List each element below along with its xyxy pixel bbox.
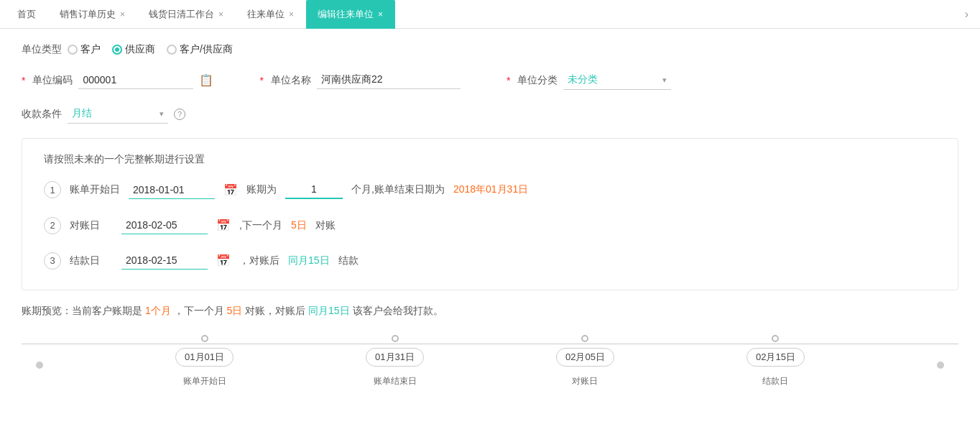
tab-cash-work[interactable]: 钱货日清工作台 × [137, 0, 236, 29]
radio-circle-both [167, 45, 177, 55]
close-icon[interactable]: × [218, 9, 223, 19]
unit-category-label: 单位分类 [517, 74, 558, 87]
period-date-input-2[interactable] [121, 216, 208, 234]
radio-group-unit-type: 客户 供应商 客户/供应商 [68, 43, 233, 56]
timeline-sublabel-2: 账单结束日 [374, 375, 417, 387]
unit-type-group: 单位类型 客户 供应商 客户/供应商 [22, 43, 233, 56]
radio-customer[interactable]: 客户 [68, 43, 101, 56]
period-title: 请按照未来的一个完整帐期进行设置 [44, 153, 936, 166]
preview-highlight2: 5日 [226, 305, 242, 316]
timeline-dot-1 [201, 335, 208, 342]
period-field-label-3: 结款日 [70, 254, 113, 267]
chevron-down-icon2: ▾ [160, 109, 164, 119]
period-number-1: 1 [44, 181, 61, 198]
period-desc-suffix-1: 个月,账单结束日期为 [351, 183, 445, 196]
radio-circle-supplier [112, 45, 122, 55]
payment-terms-value: 月结 [72, 107, 157, 120]
timeline-sublabel-4: 结款日 [762, 375, 788, 387]
payment-terms-label: 收款条件 [22, 108, 62, 121]
timeline-label-4: 02月15日 [746, 348, 805, 367]
calendar-icon-2[interactable]: 📅 [216, 218, 231, 232]
radio-supplier[interactable]: 供应商 [112, 43, 155, 56]
timeline-label-3: 02月05日 [556, 348, 614, 367]
unit-category-group: * 单位分类 未分类 ▾ [507, 70, 671, 90]
period-desc-suffix-3: 结款 [338, 254, 359, 267]
period-desc-suffix-2: 对账 [315, 219, 336, 232]
unit-name-input[interactable] [317, 71, 461, 89]
timeline-node-1: 01月01日 账单开始日 [175, 335, 234, 387]
period-row-1: 1 账单开始日 📅 账期为 个月,账单结束日期为 2018年01月31日 [44, 180, 936, 199]
period-number-2: 2 [44, 217, 61, 234]
period-months-input[interactable] [285, 180, 343, 199]
timeline-node-2: 01月31日 账单结束日 [366, 335, 424, 387]
payment-terms-group: 收款条件 月结 ▾ ? [22, 104, 185, 124]
timeline-dot-3 [581, 335, 588, 342]
timeline-nodes: 01月01日 账单开始日 01月31日 账单结束日 02月05日 对账日 02月… [36, 335, 944, 387]
period-highlight-date-1: 2018年01月31日 [453, 183, 528, 196]
main-content: 单位类型 客户 供应商 客户/供应商 * 单位编码 [0, 29, 980, 437]
timeline-label-2: 01月31日 [366, 348, 424, 367]
period-date-input-3[interactable] [121, 252, 208, 270]
unit-info-row: * 单位编码 📋 * 单位名称 * 单位分类 未分类 ▾ [22, 70, 958, 90]
tabs-bar: 首页 销售订单历史 × 钱货日清工作台 × 往来单位 × 编辑往来单位 × › [0, 0, 980, 29]
required-star2: * [259, 75, 263, 86]
tab-home[interactable]: 首页 [6, 0, 48, 29]
period-desc-prefix-1: 账期为 [246, 183, 277, 196]
preview-text: 账期预览：当前客户账期是 1个月 ，下一个月 5日 对账，对账后 同月15日 该… [22, 305, 958, 318]
timeline-end-dot [937, 362, 944, 369]
timeline-label-1: 01月01日 [175, 348, 234, 367]
preview-highlight3: 同月15日 [308, 305, 350, 316]
unit-category-select[interactable]: 未分类 ▾ [563, 70, 671, 90]
help-icon[interactable]: ? [174, 109, 185, 120]
tab-partners[interactable]: 往来单位 × [236, 0, 306, 29]
unit-type-row: 单位类型 客户 供应商 客户/供应商 [22, 43, 958, 56]
period-desc-prefix-3: ，对账后 [239, 254, 279, 267]
unit-category-value: 未分类 [568, 73, 660, 86]
timeline-container: 01月01日 账单开始日 01月31日 账单结束日 02月05日 对账日 02月… [22, 335, 958, 387]
tab-scroll-arrow[interactable]: › [959, 8, 974, 21]
timeline-dot-2 [392, 335, 399, 342]
radio-circle-customer [68, 45, 78, 55]
period-date-input-1[interactable] [129, 181, 215, 199]
radio-both[interactable]: 客户/供应商 [167, 43, 233, 56]
required-star3: * [507, 75, 510, 86]
period-highlight-day-2: 5日 [291, 219, 307, 232]
calendar-icon-1[interactable]: 📅 [223, 183, 238, 197]
period-field-label-2: 对账日 [70, 219, 113, 232]
preview-middle1: ，下一个月 [174, 305, 224, 316]
required-star: * [22, 75, 25, 86]
preview-middle2: 对账，对账后 [245, 305, 305, 316]
period-row-3: 3 结款日 📅 ，对账后 同月15日 结款 [44, 252, 936, 270]
period-desc-prefix-2: ,下一个月 [239, 219, 282, 232]
period-highlight-day-3: 同月15日 [288, 254, 330, 267]
tab-sales-history[interactable]: 销售订单历史 × [48, 0, 137, 29]
timeline-sublabel-3: 对账日 [572, 375, 598, 387]
timeline-sublabel-1: 账单开始日 [183, 375, 226, 387]
unit-code-label: 单位编码 [32, 74, 73, 87]
timeline-node-3: 02月05日 对账日 [556, 335, 614, 387]
chevron-down-icon: ▾ [662, 75, 667, 85]
payment-terms-row: 收款条件 月结 ▾ ? [22, 104, 958, 124]
unit-name-label: 单位名称 [271, 74, 311, 87]
preview-suffix: 该客户会给我打款。 [353, 305, 443, 316]
close-icon[interactable]: × [120, 9, 125, 19]
period-row-2: 2 对账日 📅 ,下一个月 5日 对账 [44, 216, 936, 234]
calendar-icon-3[interactable]: 📅 [216, 254, 231, 267]
close-icon[interactable]: × [289, 9, 294, 19]
tab-edit-partner[interactable]: 编辑往来单位 × [306, 0, 395, 29]
copy-icon[interactable]: 📋 [199, 73, 213, 87]
timeline-start-dot [36, 362, 43, 369]
preview-prefix: 账期预览：当前客户账期是 [22, 305, 142, 316]
unit-name-group: * 单位名称 [259, 71, 460, 89]
preview-highlight1: 1个月 [145, 305, 171, 316]
period-field-label-1: 账单开始日 [70, 183, 120, 196]
timeline-dot-4 [772, 335, 779, 342]
unit-type-label: 单位类型 [22, 43, 62, 56]
period-number-3: 3 [44, 252, 61, 270]
period-box: 请按照未来的一个完整帐期进行设置 1 账单开始日 📅 账期为 个月,账单结束日期… [22, 138, 958, 290]
close-icon[interactable]: × [378, 9, 383, 19]
unit-code-input[interactable] [78, 71, 193, 89]
timeline-node-4: 02月15日 结款日 [746, 335, 805, 387]
payment-terms-select[interactable]: 月结 ▾ [68, 104, 168, 124]
unit-code-group: * 单位编码 📋 [22, 71, 213, 89]
